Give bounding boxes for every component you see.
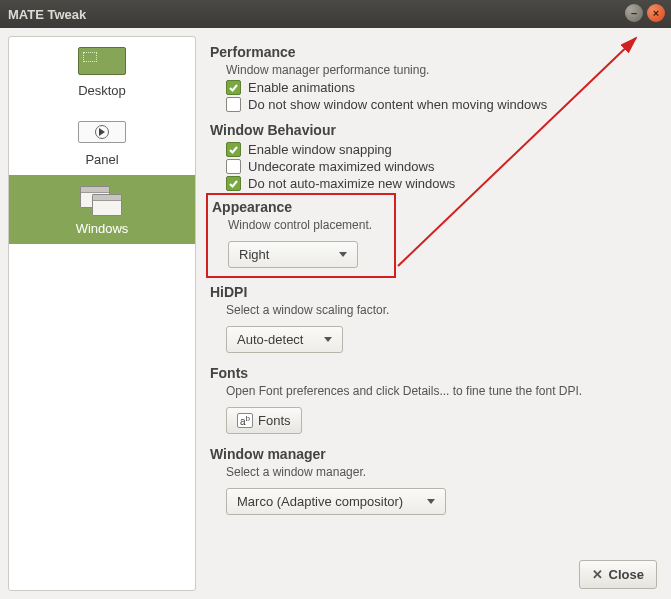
check-label: Do not auto-maximize new windows [248, 176, 455, 191]
check-enable-animations[interactable]: Enable animations [226, 80, 657, 95]
appearance-desc: Window control placement. [228, 218, 386, 232]
main-panel: Performance Window manager performance t… [204, 36, 663, 591]
close-label: Close [609, 567, 644, 582]
hidpi-desc: Select a window scaling factor. [226, 303, 657, 317]
minimize-button[interactable]: – [625, 4, 643, 22]
window-close-button[interactable]: × [647, 4, 665, 22]
wm-combo[interactable]: Marco (Adaptive compositor) [226, 488, 446, 515]
chevron-down-icon [339, 252, 347, 257]
section-performance: Performance [210, 44, 657, 60]
windows-icon [78, 185, 126, 217]
check-snapping[interactable]: Enable window snapping [226, 142, 657, 157]
section-hidpi: HiDPI [210, 284, 657, 300]
checkbox-icon [226, 176, 241, 191]
check-label: Enable window snapping [248, 142, 392, 157]
check-undecorate[interactable]: Undecorate maximized windows [226, 159, 657, 174]
sidebar-item-panel[interactable]: Panel [9, 106, 195, 175]
window-controls: – × [625, 4, 665, 22]
desktop-icon [78, 47, 126, 79]
chevron-down-icon [427, 499, 435, 504]
check-label: Do not show window content when moving w… [248, 97, 547, 112]
fonts-button[interactable]: ab Fonts [226, 407, 302, 434]
fonts-desc: Open Font preferences and click Details.… [226, 384, 657, 398]
section-behaviour: Window Behaviour [210, 122, 657, 138]
sidebar-item-label: Windows [76, 221, 129, 236]
check-no-content-move[interactable]: Do not show window content when moving w… [226, 97, 657, 112]
sidebar-item-windows[interactable]: Windows [9, 175, 195, 244]
chevron-down-icon [324, 337, 332, 342]
sidebar: Desktop Panel Windows [8, 36, 196, 591]
combo-value: Right [239, 247, 269, 262]
combo-value: Marco (Adaptive compositor) [237, 494, 403, 509]
window-title: MATE Tweak [8, 7, 86, 22]
button-label: Fonts [258, 413, 291, 428]
section-wm: Window manager [210, 446, 657, 462]
app-body: Desktop Panel Windows Performance Window… [0, 28, 671, 599]
font-icon: ab [237, 413, 253, 428]
close-icon: ✕ [592, 567, 603, 582]
panel-icon [78, 116, 126, 148]
checkbox-icon [226, 80, 241, 95]
check-label: Enable animations [248, 80, 355, 95]
check-label: Undecorate maximized windows [248, 159, 434, 174]
titlebar: MATE Tweak – × [0, 0, 671, 28]
section-fonts: Fonts [210, 365, 657, 381]
combo-value: Auto-detect [237, 332, 304, 347]
footer: ✕ Close [579, 560, 657, 589]
checkbox-icon [226, 97, 241, 112]
checkbox-icon [226, 142, 241, 157]
sidebar-item-label: Desktop [78, 83, 126, 98]
close-button[interactable]: ✕ Close [579, 560, 657, 589]
checkbox-icon [226, 159, 241, 174]
sidebar-item-desktop[interactable]: Desktop [9, 37, 195, 106]
performance-desc: Window manager performance tuning. [226, 63, 657, 77]
appearance-combo[interactable]: Right [228, 241, 358, 268]
section-appearance: Appearance [212, 199, 386, 215]
hidpi-combo[interactable]: Auto-detect [226, 326, 343, 353]
appearance-highlight: Appearance Window control placement. Rig… [206, 193, 396, 278]
check-no-automax[interactable]: Do not auto-maximize new windows [226, 176, 657, 191]
sidebar-item-label: Panel [85, 152, 118, 167]
wm-desc: Select a window manager. [226, 465, 657, 479]
